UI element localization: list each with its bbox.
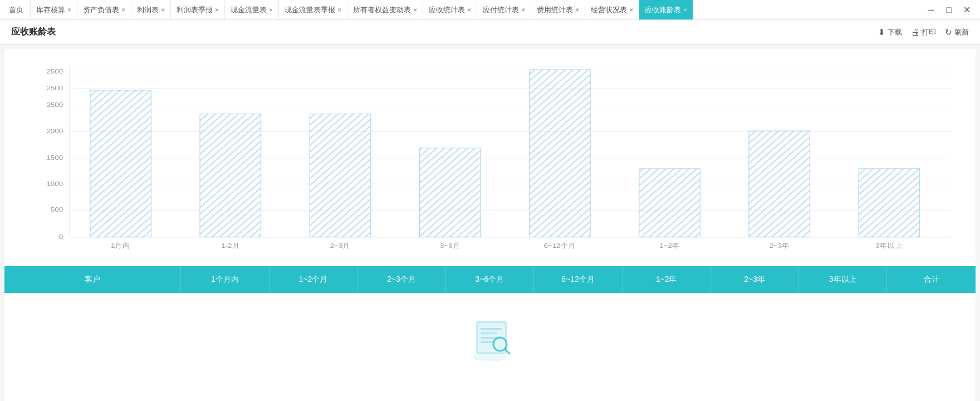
tab-close-balance[interactable]: × bbox=[121, 6, 125, 14]
tab-cashflow[interactable]: 现金流量表 × bbox=[225, 0, 279, 20]
tab-ar-stat[interactable]: 应收统计表 × bbox=[423, 0, 477, 20]
col-1-2year: 1~2年 bbox=[623, 266, 711, 293]
bar-2-3年 bbox=[749, 131, 810, 237]
tab-home[interactable]: 首页 bbox=[2, 0, 31, 20]
tab-expense-stat[interactable]: 费用统计表 × bbox=[531, 0, 585, 20]
bar-3年以上 bbox=[859, 169, 920, 237]
tab-inventory[interactable]: 库存核算 × bbox=[31, 0, 77, 20]
main-content: 0 500 1000 1500 2000 2500 2500 2500 bbox=[4, 49, 976, 401]
tab-ap-stat[interactable]: 应付统计表 × bbox=[477, 0, 531, 20]
svg-text:0: 0 bbox=[59, 233, 63, 241]
svg-text:500: 500 bbox=[51, 206, 63, 213]
svg-text:3~6月: 3~6月 bbox=[440, 242, 460, 249]
tab-profit[interactable]: 利润表 × bbox=[131, 0, 171, 20]
bar-3-6月 bbox=[419, 148, 481, 237]
svg-text:2~3年: 2~3年 bbox=[769, 242, 790, 249]
table-header: 客户 1个月内 1~2个月 2~3个月 3~6个月 6~12个月 1~2年 2~… bbox=[4, 266, 976, 293]
svg-text:2500: 2500 bbox=[46, 85, 63, 92]
col-2-3month: 2~3个月 bbox=[357, 266, 446, 293]
col-1month: 1个月内 bbox=[181, 266, 270, 293]
window-actions: ─ □ ✕ bbox=[923, 2, 978, 18]
empty-state bbox=[4, 293, 976, 401]
svg-rect-30 bbox=[481, 328, 502, 330]
tab-ops[interactable]: 经营状况表 × bbox=[585, 0, 639, 20]
download-icon: ⬇ bbox=[878, 27, 885, 37]
tab-cashflow-quarter[interactable]: 现金流量表季报 × bbox=[279, 0, 347, 20]
print-icon: 🖨 bbox=[911, 27, 919, 37]
svg-text:2500: 2500 bbox=[46, 101, 63, 108]
tab-close-cashflow[interactable]: × bbox=[269, 6, 273, 14]
tab-close-ar-stat[interactable]: × bbox=[467, 6, 471, 14]
svg-text:2500: 2500 bbox=[46, 68, 63, 75]
col-customer: 客户 bbox=[4, 266, 181, 293]
empty-illustration bbox=[462, 310, 518, 365]
tab-profit-quarter[interactable]: 利润表季报 × bbox=[171, 0, 225, 20]
close-button[interactable]: ✕ bbox=[959, 2, 974, 18]
refresh-button[interactable]: ↻ 刷新 bbox=[945, 27, 969, 37]
col-3-6month: 3~6个月 bbox=[446, 266, 535, 293]
tab-ar-aging[interactable]: 应收账龄表 × bbox=[639, 0, 693, 20]
tab-close-cashflow-quarter[interactable]: × bbox=[337, 6, 341, 14]
tab-equity[interactable]: 所有者权益变动表 × bbox=[347, 0, 423, 20]
tab-close-inventory[interactable]: × bbox=[67, 6, 71, 14]
page-title: 应收账龄表 bbox=[11, 26, 56, 38]
maximize-button[interactable]: □ bbox=[941, 2, 957, 18]
col-total: 合计 bbox=[887, 266, 976, 293]
svg-text:1000: 1000 bbox=[46, 180, 63, 187]
bar-1月内 bbox=[90, 90, 151, 237]
svg-text:2~3月: 2~3月 bbox=[330, 242, 351, 249]
print-button[interactable]: 🖨 打印 bbox=[911, 27, 936, 37]
svg-text:2000: 2000 bbox=[46, 128, 63, 135]
tab-close-ar-aging[interactable]: × bbox=[683, 6, 687, 14]
tab-bar: 首页 库存核算 × 资产负债表 × 利润表 × 利润表季报 × 现金流量表 × … bbox=[0, 0, 980, 20]
svg-rect-31 bbox=[481, 332, 497, 334]
svg-text:3年以上: 3年以上 bbox=[875, 242, 903, 249]
svg-text:1-2月: 1-2月 bbox=[221, 242, 239, 249]
download-button[interactable]: ⬇ 下载 bbox=[878, 27, 902, 37]
minimize-button[interactable]: ─ bbox=[923, 2, 939, 18]
tab-close-ops[interactable]: × bbox=[629, 6, 633, 14]
bar-1-2月 bbox=[200, 114, 261, 237]
tab-close-profit-quarter[interactable]: × bbox=[215, 6, 219, 14]
page-header: 应收账龄表 ⬇ 下载 🖨 打印 ↻ 刷新 bbox=[0, 20, 980, 45]
svg-text:1500: 1500 bbox=[46, 154, 63, 162]
tab-close-expense-stat[interactable]: × bbox=[575, 6, 579, 14]
bar-1-2年 bbox=[639, 169, 700, 237]
bar-2-3月 bbox=[310, 114, 371, 237]
svg-text:1月内: 1月内 bbox=[111, 242, 130, 249]
svg-text:1~2年: 1~2年 bbox=[659, 242, 680, 249]
chart-area: 0 500 1000 1500 2000 2500 2500 2500 bbox=[4, 49, 976, 266]
bar-chart: 0 500 1000 1500 2000 2500 2500 2500 bbox=[16, 60, 964, 261]
tab-close-profit[interactable]: × bbox=[161, 6, 165, 14]
col-3plus-year: 3年以上 bbox=[799, 266, 888, 293]
svg-text:6~12个月: 6~12个月 bbox=[543, 242, 576, 249]
header-actions: ⬇ 下载 🖨 打印 ↻ 刷新 bbox=[878, 27, 969, 37]
refresh-icon: ↻ bbox=[945, 27, 952, 37]
col-6-12month: 6~12个月 bbox=[534, 266, 623, 293]
bar-6-12月 bbox=[530, 70, 591, 237]
tab-close-ap-stat[interactable]: × bbox=[521, 6, 525, 14]
col-2-3year: 2~3年 bbox=[710, 266, 799, 293]
tab-close-equity[interactable]: × bbox=[413, 6, 417, 14]
tab-balance[interactable]: 资产负债表 × bbox=[77, 0, 131, 20]
col-1-2month: 1~2个月 bbox=[270, 266, 358, 293]
